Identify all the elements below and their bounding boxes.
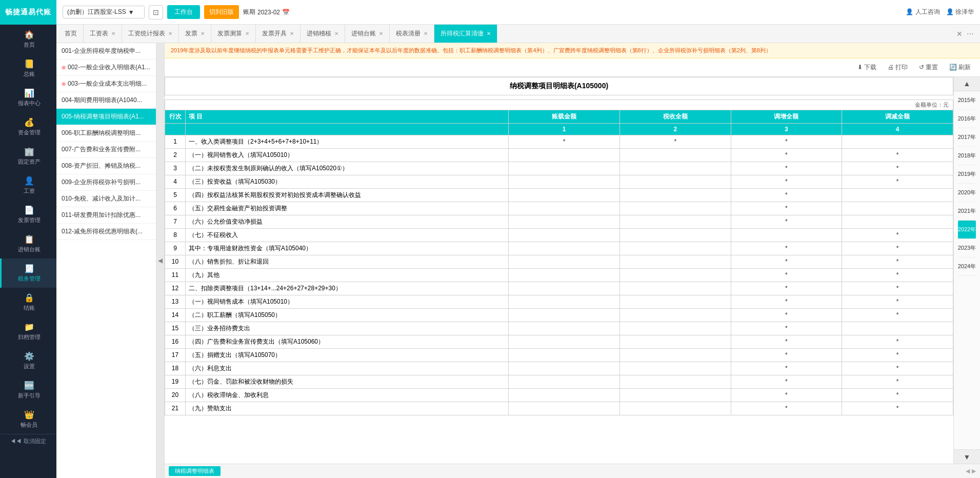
close-tab-icon[interactable]: ✕	[956, 30, 963, 38]
cell-c1-12[interactable]	[509, 295, 620, 308]
tab-6[interactable]: 进销稽核✕	[301, 25, 345, 43]
table-row-9[interactable]: 10 （八）销售折扣、折让和退回 * *	[165, 255, 953, 268]
panel-item-0[interactable]: 001-企业所得税年度纳税申...	[56, 43, 156, 59]
table-row-14[interactable]: 15 （三）业务招待费支出 *	[165, 322, 953, 335]
table-row-13[interactable]: 14 （二）职工薪酬（填写A105050） * *	[165, 308, 953, 322]
collapse-btn[interactable]: ◀	[156, 43, 165, 478]
sidebar-item-8[interactable]: 🧾税务管理	[0, 258, 56, 288]
print-btn[interactable]: 🖨 打印	[885, 62, 911, 73]
cell-c3-2[interactable]: *	[731, 162, 842, 175]
cell-c1-3[interactable]	[509, 175, 620, 188]
cell-c1-2[interactable]	[509, 162, 620, 175]
cell-c2-5[interactable]	[619, 202, 731, 215]
cell-c3-9[interactable]: *	[731, 255, 842, 268]
cell-c4-10[interactable]: *	[842, 268, 953, 282]
sidebar-item-13[interactable]: 👑畅会员	[0, 405, 56, 434]
cell-c3-10[interactable]: *	[731, 268, 842, 282]
cell-c2-18[interactable]	[619, 375, 731, 388]
year-item-3[interactable]: 2018年	[958, 147, 976, 165]
table-row-18[interactable]: 19 （七）罚金、罚款和被没收财物的损失 * *	[165, 375, 953, 388]
cell-c1-4[interactable]	[509, 188, 620, 202]
tab-close-9[interactable]: ✕	[487, 31, 491, 36]
table-row-6[interactable]: 7 （六）公允价值变动净损益 *	[165, 215, 953, 228]
cell-c2-15[interactable]	[619, 335, 731, 348]
panel-item-7[interactable]: 008-资产折旧、摊销及纳税...	[56, 158, 156, 174]
year-item-1[interactable]: 2016年	[958, 110, 976, 128]
tab-5[interactable]: 发票开具✕	[256, 25, 301, 43]
cell-c1-18[interactable]	[509, 375, 620, 388]
table-row-17[interactable]: 18 （六）利息支出 * *	[165, 362, 953, 375]
cell-c2-4[interactable]	[619, 188, 731, 202]
tab-close-7[interactable]: ✕	[379, 31, 383, 36]
tab-9[interactable]: 所得税汇算清缴✕	[434, 25, 497, 43]
cell-c2-9[interactable]	[619, 255, 731, 268]
cell-c3-12[interactable]: *	[731, 295, 842, 308]
cell-c1-1[interactable]	[509, 148, 620, 162]
table-row-11[interactable]: 12 二、扣除类调整项目（13+14+...24+26+27+28+29+30）…	[165, 282, 953, 295]
year-item-6[interactable]: 2021年	[958, 202, 976, 221]
cell-c3-17[interactable]: *	[731, 362, 842, 375]
old-version-btn[interactable]: 切到旧版	[204, 5, 239, 19]
cell-c4-6[interactable]	[842, 215, 953, 228]
cell-c2-6[interactable]	[619, 215, 731, 228]
table-row-1[interactable]: 2 （一）视同销售收入（填写A105010） * *	[165, 148, 953, 162]
sidebar-item-5[interactable]: 👤工资	[0, 171, 56, 200]
tab-close-1[interactable]: ✕	[111, 31, 115, 36]
cell-c2-12[interactable]	[619, 295, 731, 308]
table-row-10[interactable]: 11 （九）其他 * *	[165, 268, 953, 282]
cell-c3-13[interactable]: *	[731, 308, 842, 322]
cell-c4-3[interactable]: *	[842, 175, 953, 188]
cell-c1-8[interactable]	[509, 242, 620, 255]
cell-c3-0[interactable]: *	[731, 135, 842, 148]
cell-c4-9[interactable]: *	[842, 255, 953, 268]
reset-btn[interactable]: ↺ 重置	[916, 62, 941, 73]
cell-c4-18[interactable]: *	[842, 375, 953, 388]
panel-item-11[interactable]: 012-减免所得税优惠明细表(...	[56, 224, 156, 240]
table-row-8[interactable]: 9 其中：专项用途财政性资金（填写A105040） * *	[165, 242, 953, 255]
cell-c3-20[interactable]: *	[731, 402, 842, 415]
sidebar-item-3[interactable]: 💰资金管理	[0, 112, 56, 142]
panel-item-4[interactable]: 005-纳税调整项目明细表(A1...	[56, 109, 156, 125]
scroll-right-icon[interactable]: ▶	[972, 468, 976, 474]
sidebar-item-10[interactable]: 📁归档管理	[0, 317, 56, 346]
calendar-icon[interactable]: 📅	[282, 9, 290, 16]
cell-c2-20[interactable]	[619, 402, 731, 415]
cell-c4-4[interactable]	[842, 188, 953, 202]
panel-item-2[interactable]: ⊗003-一般企业成本支出明细...	[56, 76, 156, 92]
table-row-7[interactable]: 8 （七）不征税收入 *	[165, 228, 953, 242]
panel-item-9[interactable]: 010-免税、减计收入及加计...	[56, 191, 156, 207]
sidebar-item-0[interactable]: 🏠首页	[0, 25, 56, 54]
cell-c2-13[interactable]	[619, 308, 731, 322]
tab-0[interactable]: 首页	[58, 25, 84, 43]
sidebar-item-6[interactable]: 📄发票管理	[0, 200, 56, 229]
year-item-8[interactable]: 2023年	[958, 239, 976, 257]
cell-c3-6[interactable]: *	[731, 215, 842, 228]
cell-c1-16[interactable]	[509, 348, 620, 362]
table-row-2[interactable]: 3 （二）未按权责发生制原则确认的收入（填写A105020①） * *	[165, 162, 953, 175]
table-row-15[interactable]: 16 （四）广告费和业务宣传费支出（填写A105060） * *	[165, 335, 953, 348]
cell-c2-10[interactable]	[619, 268, 731, 282]
cell-c1-19[interactable]	[509, 388, 620, 402]
cell-c1-7[interactable]	[509, 228, 620, 242]
sidebar-item-2[interactable]: 📊报表中心	[0, 83, 56, 112]
cell-c1-9[interactable]	[509, 255, 620, 268]
tab-1[interactable]: 工资表✕	[84, 25, 122, 43]
refresh-btn[interactable]: 🔄 刷新	[946, 62, 974, 73]
cell-c4-0[interactable]	[842, 135, 953, 148]
download-btn[interactable]: ⬇ 下载	[854, 62, 879, 73]
cell-c3-8[interactable]: *	[731, 242, 842, 255]
cell-c3-14[interactable]: *	[731, 322, 842, 335]
table-row-4[interactable]: 5 （四）按权益法核算长期股权投资对初始投资成本调整确认收益 *	[165, 188, 953, 202]
tab-close-4[interactable]: ✕	[245, 31, 249, 36]
year-item-5[interactable]: 2020年	[958, 184, 976, 202]
cell-c2-3[interactable]	[619, 175, 731, 188]
tab-3[interactable]: 发票✕	[179, 25, 211, 43]
pin-toggle[interactable]: ◀◀ 取消固定	[0, 434, 56, 448]
cell-c4-1[interactable]: *	[842, 148, 953, 162]
consult-btn[interactable]: 👤 人工咨询	[906, 8, 939, 16]
more-tabs-icon[interactable]: ⋯	[967, 30, 974, 38]
cell-c3-4[interactable]: *	[731, 188, 842, 202]
cell-c3-5[interactable]: *	[731, 202, 842, 215]
year-down-arrow[interactable]: ▼	[954, 449, 980, 464]
tab-close-3[interactable]: ✕	[201, 31, 205, 36]
